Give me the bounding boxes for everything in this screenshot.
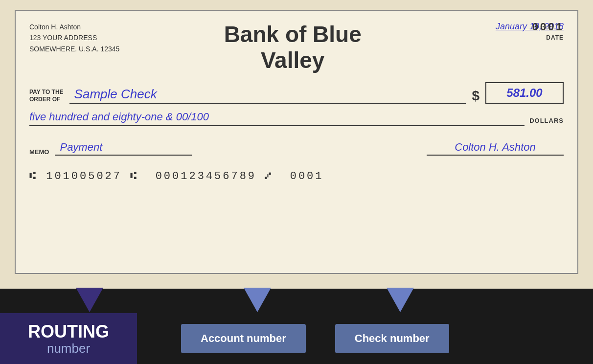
memo-value: Payment [55, 141, 192, 156]
memo-row: MEMO Payment Colton H. Ashton [29, 141, 564, 156]
micr-check-number: 0001 [290, 170, 324, 182]
check-area: 0001 Colton H. Ashton 123 YOUR ADDRESS S… [0, 0, 593, 289]
check-header: Colton H. Ashton 123 YOUR ADDRESS SOMEWH… [29, 22, 564, 73]
pay-to-row: PAY TO THEORDER OF Sample Check $ 581.00 [29, 82, 564, 104]
routing-label-bottom: number [47, 341, 90, 356]
payer-address2: SOMEWHERE. U.S.A. 12345 [29, 44, 119, 54]
dollars-label: DOLLARS [525, 117, 564, 126]
account-label-box: Account number [181, 324, 306, 353]
check-label-box: Check number [335, 324, 449, 353]
pay-to-name: Sample Check [69, 87, 466, 104]
micr-routing-symbol: ⑆ [29, 170, 46, 182]
micr-account-symbol: ⑇ [256, 170, 290, 182]
check-arrow [387, 288, 414, 312]
signature-line: Colton H. Ashton [198, 141, 564, 156]
routing-arrow [76, 288, 103, 312]
amount-words-row: five hundred and eighty-one & 00/100 DOL… [29, 111, 564, 126]
payer-name: Colton H. Ashton [29, 22, 119, 32]
dollar-sign: $ [472, 88, 479, 104]
memo-label: MEMO [29, 148, 49, 156]
signature-value: Colton H. Ashton [427, 141, 564, 156]
check-number-label: Check number [355, 332, 430, 345]
amount-words: five hundred and eighty-one & 00/100 [29, 111, 525, 126]
account-number-label: Account number [201, 332, 286, 345]
routing-label-box: ROUTING number [0, 313, 137, 364]
account-arrow [244, 288, 271, 312]
routing-label-top: ROUTING [28, 322, 109, 341]
bottom-area: ROUTING number Account number Check numb… [0, 289, 593, 364]
amount-box: 581.00 [485, 82, 564, 104]
check-wrapper: 0001 Colton H. Ashton 123 YOUR ADDRESS S… [15, 10, 578, 274]
payer-address1: 123 YOUR ADDRESS [29, 32, 119, 43]
micr-routing-number: 101005027 [46, 170, 122, 182]
micr-row: ⑆ 101005027 ⑆ 000123456789 ⑇ 0001 [29, 170, 564, 182]
date-label: DATE [546, 34, 564, 41]
micr-account-number: 000123456789 [156, 170, 256, 182]
micr-routing-symbol2: ⑆ [122, 170, 156, 182]
check-number-top: 0001 [532, 22, 564, 34]
pay-to-label: PAY TO THEORDER OF [29, 89, 64, 104]
payer-info: Colton H. Ashton 123 YOUR ADDRESS SOMEWH… [29, 22, 119, 54]
bank-name: Bank of BlueValley [119, 22, 466, 73]
